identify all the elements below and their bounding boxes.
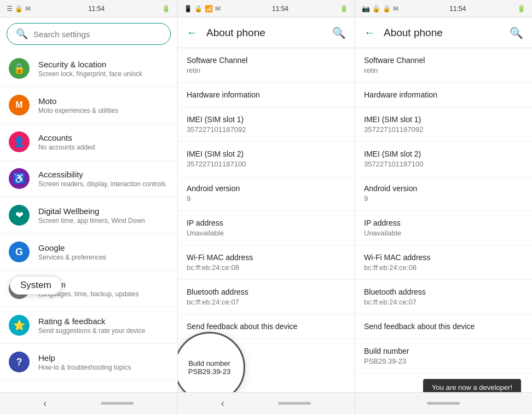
developer-toast: You are now a developer! (423, 379, 521, 392)
sidebar-item-security[interactable]: 🔒 Security & location Screen lock, finge… (0, 50, 177, 87)
info-bluetooth[interactable]: Bluetooth address bc:ff:eb:24:ce:07 (178, 280, 355, 314)
battery-icon-right: 🔋 (517, 5, 525, 13)
right-info-imei1[interactable]: IMEI (SIM slot 1) 357227101187092 (355, 107, 532, 142)
back-button-middle[interactable]: ← (187, 26, 198, 39)
right-info-imei1-value: 357227101187092 (364, 125, 523, 134)
about-panel-right: ← About phone 🔍 Software Channel retin H… (355, 18, 532, 392)
moto-subtitle: Moto experiences & utilities (38, 107, 169, 114)
settings-panel: 🔍 🔒 Security & location Screen lock, fin… (0, 18, 178, 392)
right-info-bluetooth[interactable]: Bluetooth address bc:ff:eb:24:ce:07 (355, 280, 532, 314)
info-hardware-label: Hardware information (187, 90, 346, 99)
security-text: Security & location Screen lock, fingerp… (38, 60, 169, 78)
help-subtitle: How-to & troubleshooting topics (38, 364, 169, 371)
right-info-software-channel[interactable]: Software Channel retin (355, 48, 532, 83)
digital-wellbeing-icon: ❤ (9, 205, 30, 226)
sidebar-item-accessibility[interactable]: ♿ Accessibility Screen readers, display,… (0, 160, 177, 197)
nav-back-mid[interactable]: ‹ (221, 398, 224, 409)
accessibility-title: Accessibility (38, 170, 169, 179)
right-info-build[interactable]: Build number PSB29.39-23 (355, 339, 532, 373)
security-subtitle: Screen lock, fingerprint, face unlock (38, 70, 169, 78)
status-icon-msg: ✉ (25, 5, 31, 13)
search-input[interactable] (33, 30, 161, 39)
bottom-nav-mid: ‹ (177, 393, 355, 414)
system-item-wrap: System ℹ System Languages, time, backup,… (0, 271, 177, 307)
right-info-wifi-mac[interactable]: Wi-Fi MAC address bc:ff:eb:24:ce:08 (355, 245, 532, 280)
status-icon-lock2: 🔒 (194, 5, 203, 13)
build-circle-title: Build number (188, 359, 230, 367)
info-feedback-label: Send feedback about this device (187, 322, 346, 331)
search-icon: 🔍 (16, 28, 28, 40)
status-time-left: 11:54 (88, 5, 105, 13)
info-software-channel-label: Software Channel (187, 56, 346, 65)
status-section-right: 📷 🔒 🔒 ✉ 11:54 🔋 (355, 0, 532, 17)
search-button-right[interactable]: 🔍 (510, 26, 523, 39)
status-icon-signal: 📶 (205, 5, 213, 13)
back-button-right[interactable]: ← (364, 26, 375, 39)
sidebar-item-google[interactable]: G Google Services & preferences (0, 234, 177, 271)
google-title: Google (38, 243, 169, 252)
accounts-subtitle: No accounts added (38, 143, 169, 151)
search-bar[interactable]: 🔍 (7, 23, 171, 45)
status-section-mid: 📱 🔒 📶 ✉ 11:54 🔋 (177, 0, 355, 17)
right-info-feedback-label: Send feedback about this device (364, 322, 523, 331)
about-panel-middle: ← About phone 🔍 Software Channel retin H… (178, 18, 355, 392)
accessibility-subtitle: Screen readers, display, interaction con… (38, 180, 169, 188)
rating-icon: ⭐ (9, 315, 30, 336)
right-info-ip[interactable]: IP address Unavailable (355, 211, 532, 245)
google-text: Google Services & preferences (38, 243, 169, 261)
status-icon-msg3: ✉ (393, 5, 398, 13)
right-info-imei1-label: IMEI (SIM slot 1) (364, 115, 523, 124)
help-icon: ? (9, 352, 30, 372)
sidebar-item-help[interactable]: ? Help How-to & troubleshooting topics (0, 344, 177, 381)
accounts-text: Accounts No accounts added (38, 133, 169, 151)
info-imei2-value: 357227101187100 (187, 160, 346, 168)
rating-subtitle: Send suggestions & rate your device (38, 327, 169, 335)
sidebar-item-accounts[interactable]: 👤 Accounts No accounts added (0, 124, 177, 160)
status-icon-cam: 📷 (362, 5, 370, 13)
right-info-hardware-section: Hardware information (355, 83, 532, 107)
nav-back-left[interactable]: ‹ (43, 398, 47, 409)
info-imei2[interactable]: IMEI (SIM slot 2) 357227101187100 (178, 142, 355, 176)
info-android-value: 9 (187, 194, 346, 203)
status-icon-lock3: 🔒 (372, 5, 380, 13)
info-software-channel-value: retin (187, 66, 346, 74)
right-info-imei2[interactable]: IMEI (SIM slot 2) 357227101187100 (355, 142, 532, 176)
search-button-middle[interactable]: 🔍 (332, 26, 346, 39)
right-info-feedback[interactable]: Send feedback about this device (355, 314, 532, 339)
info-wifi-mac[interactable]: Wi-Fi MAC address bc:ff:eb:24:ce:08 (178, 245, 355, 280)
google-icon: G (9, 242, 30, 262)
right-info-wifi-mac-label: Wi-Fi MAC address (364, 253, 523, 262)
nav-pill-mid (278, 402, 311, 405)
right-info-ip-label: IP address (364, 219, 523, 227)
info-imei1-label: IMEI (SIM slot 1) (187, 115, 346, 124)
sidebar-item-moto[interactable]: M Moto Moto experiences & utilities (0, 87, 177, 124)
right-info-bluetooth-value: bc:ff:eb:24:ce:07 (364, 298, 523, 306)
bottom-nav: ‹ ‹ (0, 392, 532, 414)
sidebar-item-rating[interactable]: ⭐ Rating & feedback Send suggestions & r… (0, 307, 177, 344)
info-imei1[interactable]: IMEI (SIM slot 1) 357227101187092 (178, 107, 355, 142)
status-icon-lock4: 🔒 (383, 5, 391, 13)
info-wifi-mac-value: bc:ff:eb:24:ce:08 (187, 263, 346, 272)
info-ip-label: IP address (187, 219, 346, 227)
info-software-channel[interactable]: Software Channel retin (178, 48, 355, 83)
info-ip[interactable]: IP address Unavailable (178, 211, 355, 245)
digital-wellbeing-title: Digital Wellbeing (38, 206, 169, 216)
middle-panel-content: Software Channel retin Hardware informat… (178, 48, 355, 392)
status-icon-lock: 🔒 (15, 5, 23, 13)
status-icon-msg2: ✉ (215, 5, 221, 13)
status-icons-mid: 📱 🔒 📶 ✉ (184, 5, 221, 13)
right-info-android[interactable]: Android version 9 (355, 176, 532, 211)
middle-panel-title: About phone (206, 27, 323, 39)
help-text: Help How-to & troubleshooting topics (38, 353, 169, 371)
right-info-ip-value: Unavailable (364, 229, 523, 237)
nav-pill-left (101, 402, 134, 405)
security-icon: 🔒 (9, 58, 30, 79)
status-icon-menu: ☰ (7, 5, 13, 13)
info-bluetooth-label: Bluetooth address (187, 288, 346, 296)
accounts-title: Accounts (38, 133, 169, 142)
status-icons-left: ☰ 🔒 ✉ (7, 5, 31, 13)
info-build[interactable]: Build number PSB29.39-23 Build number PS… (178, 339, 355, 392)
bottom-nav-right (355, 393, 532, 414)
info-android[interactable]: Android version 9 (178, 176, 355, 211)
sidebar-item-digital-wellbeing[interactable]: ❤ Digital Wellbeing Screen time, app tim… (0, 197, 177, 234)
